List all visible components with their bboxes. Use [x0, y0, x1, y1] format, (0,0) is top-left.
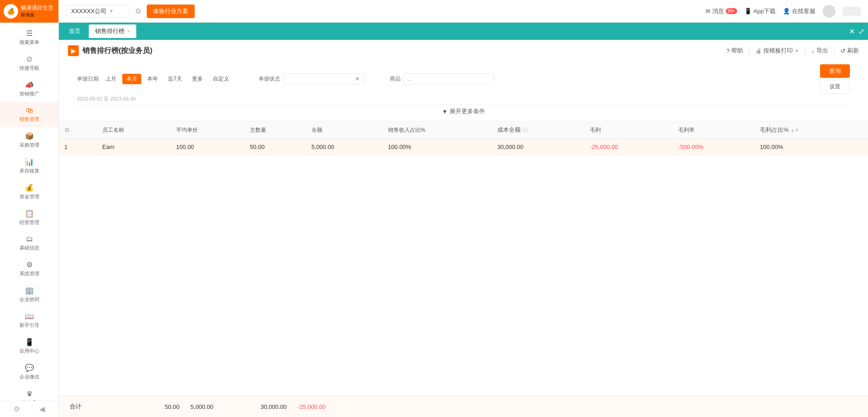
help-button[interactable]: ? 帮助 — [726, 47, 743, 55]
tab-label: 销售排行榜 — [95, 27, 125, 35]
sidebar-item-wechat[interactable]: 💬 企业微信 — [0, 359, 58, 385]
sidebar-item-member[interactable]: ♛ 畅会员 — [0, 385, 58, 401]
page-header: ▶ 销售排行榜(按业务员) ? 帮助 | 🖨 按模板打印 ▼ | — [59, 40, 868, 121]
sales-icon: 🛍 — [26, 106, 33, 115]
header-right: ✉ 消息 99+ 📱 App下载 👤 在线客服 — [705, 5, 861, 18]
goods-select-dots: ... — [408, 76, 412, 82]
sidebar-item-label: 采购管理 — [19, 142, 39, 149]
member-icon: ♛ — [26, 389, 33, 398]
sidebar-item-label: 企业协同 — [19, 296, 39, 303]
page-actions: ? 帮助 | 🖨 按模板打印 ▼ | ↓ 导出 | — [726, 47, 859, 55]
sidebar-item-quick-nav[interactable]: ⊙ 快捷导航 — [0, 50, 58, 76]
company-select[interactable]: XXXXXX公司 ▼ — [66, 5, 129, 18]
header-settings-icon[interactable]: ⚙ — [135, 7, 141, 15]
footer-amount: 5,000.00 — [185, 402, 219, 412]
page-title: 销售排行榜(按业务员) — [82, 46, 153, 56]
print-icon: 🖨 — [756, 48, 762, 54]
status-select[interactable]: ▼ — [283, 73, 364, 85]
table-container: ⚙ 员工名称 平均单价 主数量 全额 销售收入占比% 成本全额 ⓘ 毛利 毛利率 — [59, 121, 868, 396]
online-service-label: 在线客服 — [792, 7, 815, 15]
main-area: XXXXXX公司 ▼ ⚙ 体验行业方案 ✉ 消息 99+ 📱 App下载 👤 在… — [59, 0, 868, 417]
sidebar-settings-button[interactable]: ⚙ — [14, 405, 20, 413]
sidebar-item-finance[interactable]: 💰 资金管理 — [0, 179, 58, 205]
date-tab-custom[interactable]: 自定义 — [209, 74, 233, 84]
print-dropdown-arrow[interactable]: ▼ — [795, 48, 799, 53]
wechat-icon: 💬 — [25, 364, 34, 372]
sidebar-item-inventory[interactable]: 📊 库存核算 — [0, 153, 58, 179]
filter-area: 单据日期 上月 本月 本年 近7天 更多 自定义 单据状态 — [68, 61, 859, 121]
sidebar-item-base[interactable]: 🗂 基础信息 — [0, 230, 58, 256]
user-avatar[interactable] — [823, 5, 835, 18]
date-range-display: 2023-06-01 至 2023-06-30 — [77, 96, 850, 102]
cell-rank: 1 — [59, 139, 97, 155]
filter-row-1: 单据日期 上月 本月 本年 近7天 更多 自定义 单据状态 — [77, 61, 850, 97]
tab-close-button[interactable]: × — [127, 29, 130, 34]
message-icon: ✉ — [705, 8, 710, 14]
th-gross-profit: 毛利 — [585, 121, 673, 139]
th-gross-margin: 毛利率 — [673, 121, 754, 139]
app-logo: 🍊 畅康通好生意 标准版 — [0, 0, 58, 23]
data-table: ⚙ 员工名称 平均单价 主数量 全额 销售收入占比% 成本全额 ⓘ 毛利 毛利率 — [59, 121, 868, 155]
tab-restore-button[interactable]: ⤢ — [858, 27, 864, 36]
app-icon: 📱 — [744, 8, 752, 14]
sidebar-item-apps[interactable]: 📱 应用中心 — [0, 333, 58, 359]
th-gross-ratio: 毛利占比% ▲▼ — [754, 121, 868, 139]
company-name: XXXXXX公司 — [71, 7, 106, 15]
th-amount: 全额 — [306, 121, 383, 139]
tab-close-all-button[interactable]: ✕ — [849, 27, 855, 36]
goods-select[interactable]: ... — [403, 73, 494, 85]
setting-button[interactable]: 设置 — [820, 80, 850, 94]
date-tab-last-month[interactable]: 上月 — [101, 74, 120, 84]
sidebar-item-label: 快捷导航 — [19, 65, 39, 72]
cell-avg-price: 100.00 — [171, 139, 245, 155]
date-tab-more[interactable]: 更多 — [188, 74, 207, 84]
message-button[interactable]: ✉ 消息 99+ — [705, 7, 737, 15]
cost-info-icon[interactable]: ⓘ — [523, 127, 528, 133]
service-icon: 👤 — [783, 8, 790, 14]
gross-ratio-sort-icon[interactable]: ▲▼ — [790, 128, 799, 133]
date-tab-this-month[interactable]: 本月 — [122, 74, 141, 84]
industry-button[interactable]: 体验行业方案 — [147, 5, 195, 18]
date-tab-7days[interactable]: 近7天 — [164, 74, 186, 84]
template-print-button[interactable]: 🖨 按模板打印 ▼ — [756, 47, 799, 55]
tab-home[interactable]: 首页 — [62, 24, 87, 38]
sidebar-item-purchase[interactable]: 📦 采购管理 — [0, 127, 58, 153]
user-name[interactable] — [843, 7, 861, 16]
sidebar-item-label: 营销推广 — [19, 91, 39, 97]
logo-subtitle: 标准版 — [21, 12, 53, 18]
sidebar-collapse-button[interactable]: ◀ — [39, 405, 45, 413]
refresh-button[interactable]: ↺ 刷新 — [840, 47, 859, 55]
sidebar: 🍊 畅康通好生意 标准版 ☰ 搜索菜单 ⊙ 快捷导航 📣 营销推广 🛍 销售管理… — [0, 0, 59, 417]
date-label: 单据日期 — [77, 75, 99, 83]
tab-sales-ranking[interactable]: 销售排行榜 × — [89, 24, 136, 38]
sidebar-item-enterprise[interactable]: 🏢 企业协同 — [0, 282, 58, 307]
th-settings[interactable]: ⚙ — [59, 121, 97, 139]
content-area: ▶ 销售排行榜(按业务员) ? 帮助 | 🖨 按模板打印 ▼ | — [59, 40, 868, 417]
sidebar-item-system[interactable]: ⚙ 系统管理 — [0, 256, 58, 282]
sidebar-item-guide[interactable]: 📖 新手引导 — [0, 307, 58, 333]
app-download-button[interactable]: 📱 App下载 — [744, 7, 776, 15]
goods-filter: 商品 ... — [390, 73, 494, 85]
sidebar-item-search[interactable]: ☰ 搜索菜单 — [0, 24, 58, 50]
expand-more-button[interactable]: ▼ 展开更多条件 — [77, 104, 850, 116]
sidebar-item-marketing[interactable]: 📣 营销推广 — [0, 76, 58, 102]
cell-sales-ratio: 100.00% — [383, 139, 492, 155]
column-settings-icon[interactable]: ⚙ — [64, 126, 70, 134]
export-button[interactable]: ↓ 导出 — [811, 47, 828, 55]
sidebar-item-label: 系统管理 — [19, 270, 39, 277]
sidebar-item-sales[interactable]: 🛍 销售管理 — [0, 102, 58, 127]
table-row: 1 Eam 100.00 50.00 5,000.00 100.00% 30,0… — [59, 139, 868, 155]
expand-icon: ▼ — [442, 108, 448, 115]
company-select-arrow: ▼ — [109, 9, 114, 14]
online-service-button[interactable]: 👤 在线客服 — [783, 7, 815, 15]
sidebar-item-operation[interactable]: 📋 经营管理 — [0, 205, 58, 230]
table-header-row: ⚙ 员工名称 平均单价 主数量 全额 销售收入占比% 成本全额 ⓘ 毛利 毛利率 — [59, 121, 868, 139]
sidebar-item-label: 库存核算 — [19, 168, 39, 174]
query-button[interactable]: 查询 — [820, 64, 850, 78]
cell-name: Eam — [97, 139, 171, 155]
footer-spacer-3 — [219, 405, 255, 408]
sidebar-item-label: 经营管理 — [19, 219, 39, 226]
th-cost: 成本全额 ⓘ — [492, 121, 585, 139]
sidebar-item-label: 资金管理 — [19, 193, 39, 200]
date-tab-this-year[interactable]: 本年 — [143, 74, 162, 84]
